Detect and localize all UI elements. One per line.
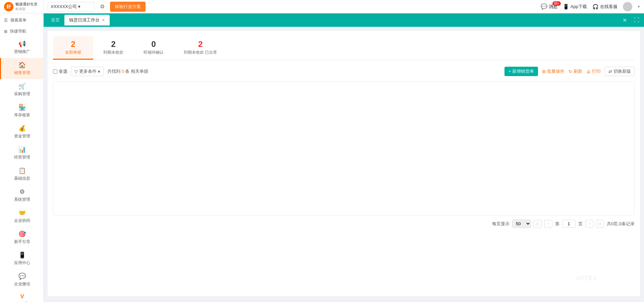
app-logo-icon: 好: [4, 2, 13, 11]
tab-home-label: 首页: [51, 17, 60, 23]
stat-num-pending: 0: [151, 40, 156, 49]
switch-icon: ⇄: [608, 69, 612, 74]
company-selector[interactable]: XXXXXX公司 ▾: [48, 2, 95, 11]
sidebar-item-search-menu[interactable]: ☰ 搜索菜单: [0, 15, 43, 26]
settings-button[interactable]: ⚙: [97, 2, 107, 12]
sidebar-item-marketing[interactable]: 📢 营销推广: [0, 37, 43, 58]
switch-label: 切换新版: [613, 68, 631, 74]
per-page-label: 每页显示: [492, 221, 509, 227]
add-sales-order-btn[interactable]: + 新增销货单: [504, 67, 538, 76]
top-bar-left: XXXXXX公司 ▾ ⚙ 体验行业方案: [48, 2, 146, 12]
stat-tab-pending-confirm[interactable]: 0 旺铺待确认: [133, 36, 174, 60]
top-bar: XXXXXX公司 ▾ ⚙ 体验行业方案 💬 消息 99+ 📱 App下载 🎧 在…: [44, 0, 644, 13]
batch-operations-btn[interactable]: ⊞ 批量操作: [542, 68, 565, 74]
toolbar: 全选 ▽ 更多条件 ▾ 共找到 0 条 相关单据 + 新增销货单 ⊞: [53, 65, 635, 77]
filter-chevron-icon: ▾: [98, 69, 100, 74]
sidebar-item-enterprise-wechat[interactable]: 💬 企业微信: [0, 269, 43, 290]
next-page-btn[interactable]: ＞: [585, 220, 593, 228]
main-content: 2 全部单据 2 到期未收款 0 旺铺待确认 2 到期未收款 已出库 全选: [44, 27, 644, 302]
system-icon: ⚙: [19, 188, 25, 195]
app-download-button[interactable]: 📱 App下载: [563, 4, 587, 10]
message-badge: 99+: [552, 1, 561, 6]
user-avatar[interactable]: [623, 2, 632, 11]
count-suffix: 相关单据: [131, 69, 148, 74]
stat-label-pending: 旺铺待确认: [144, 50, 164, 55]
sidebar-item-system[interactable]: ⚙ 系统管理: [0, 185, 43, 206]
sidebar-item-quick-nav[interactable]: ⊞ 快捷导航: [0, 26, 43, 37]
refresh-btn[interactable]: ↻ 刷新: [569, 68, 582, 74]
app-download-label: App下载: [571, 4, 587, 10]
operations-icon: 📊: [18, 146, 26, 153]
app-name-label: 畅捷通好生意: [15, 2, 38, 6]
sidebar-item-finance[interactable]: 💰 资金管理: [0, 121, 43, 142]
stat-label-unshipped: 到期未收款 已出库: [184, 50, 217, 55]
more-filters-btn[interactable]: ▽ 更多条件 ▾: [71, 67, 104, 76]
marketing-icon: 📢: [18, 40, 26, 48]
sidebar: 好 畅捷通好生意 标准版 ☰ 搜索菜单 ⊞ 快捷导航 📢 营销推广 🏠 销售管理…: [0, 0, 44, 302]
experience-btn[interactable]: 体验行业方案: [110, 2, 146, 12]
sidebar-item-collab[interactable]: 🤝 企业协同: [0, 206, 43, 227]
stat-num-unshipped: 2: [198, 40, 203, 49]
inventory-label: 库存核算: [14, 112, 30, 118]
first-page-btn[interactable]: ⟨⟨: [534, 220, 542, 228]
sidebar-item-operations[interactable]: 📊 经营管理: [0, 142, 43, 164]
search-menu-label: 搜索菜单: [10, 17, 26, 23]
print-icon: 🖨: [586, 69, 591, 74]
stat-label-overdue: 到期未收款: [103, 50, 123, 55]
stat-tab-all[interactable]: 2 全部单据: [53, 36, 93, 60]
online-service-button[interactable]: 🎧 在线客服: [592, 4, 618, 10]
sales-label: 销售管理: [14, 70, 30, 76]
print-label: 打印: [592, 68, 601, 74]
sidebar-item-basic-info[interactable]: 📋 基础信息: [0, 164, 43, 185]
app-center-label: 应用中心: [14, 260, 30, 266]
tab-expand-icon[interactable]: ⛶: [632, 15, 641, 25]
prev-page-btn[interactable]: ＜: [544, 220, 552, 228]
more-filters-label: 更多条件: [79, 68, 97, 74]
tab-workbench[interactable]: 钱货日清工作台 ✕: [64, 15, 110, 25]
sidebar-item-inventory[interactable]: 🏪 库存核算: [0, 100, 43, 121]
sidebar-item-purchase[interactable]: 🛒 采购管理: [0, 79, 43, 100]
tab-home[interactable]: 首页: [46, 15, 64, 25]
app-center-icon: 📱: [18, 251, 26, 259]
content-area: 2 全部单据 2 到期未收款 0 旺铺待确认 2 到期未收款 已出库 全选: [48, 31, 640, 296]
total-info: 共0页,0条记录: [607, 221, 635, 227]
chevron-down-icon: ▾: [78, 4, 80, 9]
system-label: 系统管理: [14, 197, 30, 202]
sidebar-item-sales[interactable]: 🏠 销售管理: [0, 58, 43, 79]
message-button[interactable]: 💬 消息 99+: [541, 3, 557, 10]
user-name-label[interactable]: ▾: [638, 4, 640, 9]
page-input[interactable]: [562, 220, 576, 228]
purchase-icon: 🛒: [18, 82, 26, 90]
tab-close-icon[interactable]: ✕: [102, 18, 105, 22]
tab-workbench-label: 钱货日清工作台: [69, 17, 100, 23]
enterprise-wechat-label: 企业微信: [14, 281, 30, 287]
quick-nav-icon: ⊞: [4, 29, 7, 34]
guide-label: 新手引导: [14, 239, 30, 245]
stat-tab-overdue-unpaid[interactable]: 2 到期未收款: [93, 36, 133, 60]
basic-info-icon: 📋: [18, 167, 26, 174]
finance-icon: 💰: [18, 125, 26, 132]
sidebar-item-member[interactable]: V 畅会员: [0, 290, 43, 302]
collab-icon: 🤝: [18, 209, 26, 217]
select-all-input[interactable]: [53, 69, 57, 74]
stat-tab-overdue-unshipped[interactable]: 2 到期未收款 已出库: [174, 36, 227, 60]
print-btn[interactable]: 🖨 打印: [586, 68, 601, 74]
select-all-checkbox[interactable]: 全选: [53, 68, 67, 74]
count-unit: 条: [125, 69, 129, 74]
last-page-btn[interactable]: ⟩⟩: [596, 220, 604, 228]
operations-label: 经营管理: [14, 155, 30, 160]
sales-icon: 🏠: [18, 61, 26, 69]
filter-icon: ▽: [74, 69, 78, 74]
sidebar-item-guide[interactable]: 🎯 新手引导: [0, 227, 43, 248]
sidebar-item-app-center[interactable]: 📱 应用中心: [0, 248, 43, 269]
tab-minimize-icon[interactable]: ✕: [620, 15, 629, 25]
stat-label-all: 全部单据: [65, 50, 81, 55]
company-name: XXXXXX公司: [51, 4, 77, 10]
batch-label: 批量操作: [547, 68, 565, 74]
tab-bar: 首页 钱货日清工作台 ✕ ✕ ⛶: [44, 13, 644, 27]
switch-version-btn[interactable]: ⇄ 切换新版: [605, 67, 635, 76]
per-page-select[interactable]: 50 100 200: [512, 220, 531, 228]
select-all-label: 全选: [59, 68, 67, 74]
refresh-label: 刷新: [574, 68, 582, 74]
online-service-icon: 🎧: [592, 4, 599, 10]
